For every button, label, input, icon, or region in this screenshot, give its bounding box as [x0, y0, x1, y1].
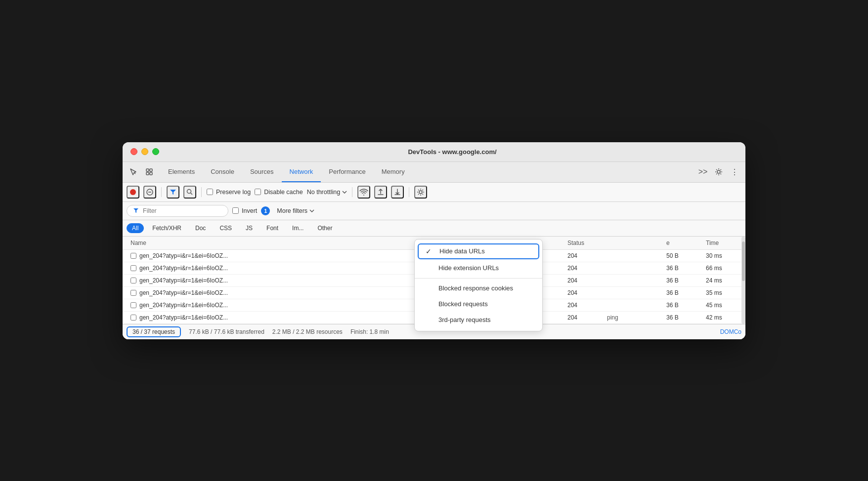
row-checkbox[interactable] — [130, 265, 136, 271]
divider-3 — [352, 187, 352, 197]
finish-time: Finish: 1.8 min — [350, 328, 389, 335]
dropdown-item-hide-extension-urls[interactable]: ✓ Hide extension URLs — [415, 260, 542, 276]
tab-sources[interactable]: Sources — [242, 161, 282, 182]
filter-all-button[interactable]: All — [127, 223, 144, 233]
disable-cache-checkbox[interactable] — [255, 189, 261, 195]
row-time: 30 ms — [702, 250, 741, 262]
row-type — [603, 290, 662, 295]
devtools-window: DevTools - www.google.com/ — [123, 142, 745, 339]
row-size: 36 B — [662, 275, 702, 286]
more-filters-button[interactable]: More filters — [272, 206, 319, 216]
header-size[interactable]: e — [662, 237, 702, 249]
tab-right-controls: >> ⋮ — [696, 165, 741, 179]
row-time: 24 ms — [702, 275, 741, 286]
scrollbar[interactable] — [741, 237, 745, 324]
tab-memory[interactable]: Memory — [374, 161, 413, 182]
row-status: 204 — [564, 312, 603, 323]
filter-funnel-icon — [133, 208, 139, 214]
preserve-log-checkbox[interactable] — [207, 189, 213, 195]
maximize-button[interactable] — [152, 148, 159, 155]
dropdown-divider-1 — [415, 278, 542, 279]
dropdown-item-hide-data-urls[interactable]: ✓ Hide data URLs — [418, 243, 539, 259]
close-button[interactable] — [130, 148, 137, 155]
preserve-log-label[interactable]: Preserve log — [207, 189, 251, 196]
title-bar: DevTools - www.google.com/ — [123, 142, 745, 162]
header-time[interactable]: Time — [702, 237, 741, 249]
row-checkbox[interactable] — [130, 302, 136, 308]
filter-font-button[interactable]: Font — [261, 223, 284, 233]
domco-link[interactable]: DOMCo — [720, 328, 741, 335]
row-type — [603, 266, 662, 271]
upload-icon-button[interactable] — [374, 186, 387, 199]
filter-js-button[interactable]: JS — [240, 223, 258, 233]
filter-css-button[interactable]: CSS — [214, 223, 237, 233]
row-checkbox[interactable] — [130, 290, 136, 296]
tab-icons — [127, 165, 156, 179]
tab-bar: Elements Console Sources Network Perform… — [123, 162, 745, 183]
row-checkbox[interactable] — [130, 253, 136, 259]
row-checkbox[interactable] — [130, 315, 136, 321]
filter-img-button[interactable]: Im... — [287, 223, 309, 233]
throttle-selector[interactable]: No throttling — [307, 189, 347, 196]
network-toolbar: Preserve log Disable cache No throttling — [123, 183, 745, 202]
svg-rect-0 — [146, 169, 149, 171]
row-size: 36 B — [662, 262, 702, 274]
tab-elements[interactable]: Elements — [160, 161, 203, 182]
tab-console[interactable]: Console — [203, 161, 242, 182]
search-button[interactable] — [183, 186, 196, 199]
chevron-down-icon — [309, 209, 314, 212]
tab-network[interactable]: Network — [282, 161, 321, 182]
row-status: 204 — [564, 287, 603, 299]
more-filters-container: 1 More filters — [261, 206, 319, 216]
svg-point-10 — [419, 191, 422, 194]
row-time: 42 ms — [702, 312, 741, 323]
row-size: 36 B — [662, 299, 702, 311]
scrollbar-thumb[interactable] — [742, 241, 745, 281]
transferred-size: 77.6 kB / 77.6 kB transferred — [189, 328, 264, 335]
filter-icon-button[interactable] — [167, 186, 179, 199]
row-checkbox[interactable] — [130, 278, 136, 283]
devtools-settings-button[interactable] — [712, 165, 726, 179]
cursor-icon[interactable] — [127, 165, 140, 179]
svg-rect-3 — [150, 172, 152, 175]
devtools-body: Elements Console Sources Network Perform… — [123, 162, 745, 339]
divider-2 — [201, 187, 202, 197]
more-menu-button[interactable]: ⋮ — [728, 165, 741, 179]
checkmark-icon: ✓ — [426, 247, 434, 255]
network-settings-button[interactable] — [414, 186, 427, 199]
filter-bar: Invert 1 More filters — [123, 202, 745, 220]
dropdown-item-third-party[interactable]: ✓ 3rd-party requests — [415, 312, 542, 328]
overflow-tabs-button[interactable]: >> — [696, 165, 710, 179]
dropdown-item-blocked-cookies[interactable]: ✓ Blocked response cookies — [415, 281, 542, 296]
filter-doc-button[interactable]: Doc — [190, 223, 211, 233]
svg-rect-1 — [150, 169, 152, 171]
header-status[interactable]: Status — [564, 237, 603, 249]
row-status: 204 — [564, 250, 603, 262]
row-time: 45 ms — [702, 299, 741, 311]
minimize-button[interactable] — [141, 148, 148, 155]
filter-input-container[interactable] — [127, 205, 228, 217]
tab-items: Elements Console Sources Network Perform… — [160, 161, 696, 182]
svg-point-8 — [187, 189, 191, 193]
more-filters-dropdown: ✓ Hide data URLs ✓ Hide extension URLs ✓… — [414, 239, 543, 331]
filter-other-button[interactable]: Other — [312, 223, 338, 233]
disable-cache-label[interactable]: Disable cache — [255, 189, 303, 196]
invert-label[interactable]: Invert — [232, 207, 257, 214]
download-icon-button[interactable] — [391, 186, 404, 199]
clear-button[interactable] — [143, 186, 156, 199]
filter-input[interactable] — [143, 207, 222, 214]
header-type[interactable] — [603, 237, 662, 249]
tab-performance[interactable]: Performance — [321, 161, 373, 182]
row-type — [603, 303, 662, 308]
stop-recording-button[interactable] — [127, 186, 139, 199]
filter-fetchxhr-button[interactable]: Fetch/XHR — [147, 223, 187, 233]
row-type: ping — [603, 312, 662, 323]
row-status: 204 — [564, 275, 603, 286]
invert-checkbox[interactable] — [232, 207, 239, 214]
more-filters-badge: 1 — [261, 206, 270, 215]
inspector-icon[interactable] — [142, 165, 156, 179]
svg-line-9 — [191, 193, 193, 195]
requests-count: 36 / 37 requests — [127, 326, 181, 337]
wifi-icon[interactable] — [357, 186, 370, 199]
dropdown-item-blocked-requests[interactable]: ✓ Blocked requests — [415, 296, 542, 312]
